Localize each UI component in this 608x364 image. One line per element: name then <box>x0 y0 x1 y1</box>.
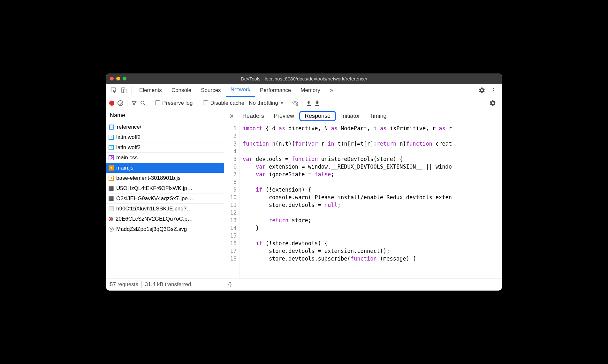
detail-tab-response[interactable]: Response <box>299 111 336 121</box>
inspect-element-icon[interactable] <box>109 85 119 95</box>
network-split: Name reference/Tlatin.woff2Tlatin.woff2m… <box>106 109 502 278</box>
clear-button[interactable] <box>118 100 123 106</box>
tab-console[interactable]: Console <box>167 84 196 97</box>
tab-elements[interactable]: Elements <box>134 84 167 97</box>
close-window-button[interactable] <box>110 77 114 80</box>
request-list-panel: Name reference/Tlatin.woff2Tlatin.woff2m… <box>106 109 224 278</box>
code-content: import { d as directive, N as NodePart, … <box>239 123 502 278</box>
svg-line-4 <box>144 104 145 105</box>
devtools-window: DevTools - localhost:8080/docs/devtools/… <box>106 73 502 291</box>
request-row[interactable]: Tlatin.woff2 <box>106 132 224 142</box>
device-toggle-icon[interactable] <box>119 85 129 95</box>
settings-gear-icon[interactable] <box>476 87 488 94</box>
record-button[interactable] <box>109 101 114 106</box>
tab-sources[interactable]: Sources <box>196 84 225 97</box>
request-name: latin.woff2 <box>116 144 141 151</box>
request-row[interactable]: 20E6CLcSzNV2GELQu7oC.p… <box>106 214 224 224</box>
search-icon[interactable] <box>140 100 146 106</box>
request-row[interactable]: Tlatin.woff2 <box>106 142 224 153</box>
request-row[interactable]: O2slJEHG9avKV4aqzSx7.jpe… <box>106 193 224 204</box>
request-row[interactable]: h90CtfziXluvh1LSSKJE.png?… <box>106 204 224 214</box>
request-name: O2slJEHG9avKV4aqzSx7.jpe… <box>116 195 193 202</box>
request-name: main.css <box>116 155 138 161</box>
request-name: MadqZslZpo1sj3qQ3GsZ.svg <box>116 226 187 232</box>
tab-network[interactable]: Network <box>226 84 255 97</box>
window-titlebar: DevTools - localhost:8080/docs/devtools/… <box>106 73 502 84</box>
network-toolbar: Preserve log Disable cache No throttling… <box>106 97 502 109</box>
zoom-window-button[interactable] <box>123 77 126 80</box>
request-row[interactable]: reference/ <box>106 122 224 132</box>
detail-tab-initiator[interactable]: Initiator <box>337 111 364 121</box>
request-row[interactable]: main.css <box>106 153 224 163</box>
minimize-window-button[interactable] <box>116 77 120 80</box>
separator <box>132 87 132 94</box>
tab-performance[interactable]: Performance <box>255 84 296 97</box>
request-row[interactable]: MadqZslZpo1sj3qQ3GsZ.svg <box>106 224 224 234</box>
request-name: h90CtfziXluvh1LSSKJE.png?… <box>116 206 192 212</box>
window-title: DevTools - localhost:8080/docs/devtools/… <box>106 76 502 81</box>
line-gutter: 123456789101112131415161718 <box>224 123 239 278</box>
request-name: latin.woff2 <box>116 134 141 140</box>
detail-tab-headers[interactable]: Headers <box>238 111 269 121</box>
request-name: main.js <box>116 165 133 171</box>
import-har-icon[interactable] <box>315 100 320 106</box>
status-bar: 57 requests 31.4 kB transferred {} <box>106 278 502 291</box>
svg-rect-2 <box>124 89 126 93</box>
request-row[interactable]: ⋄base-element-3018901b.js <box>106 173 224 183</box>
status-requests: 57 requests <box>110 281 138 288</box>
request-name: 20E6CLcSzNV2GELQu7oC.p… <box>116 216 193 222</box>
panel-tabbar: Elements Console Sources Network Perform… <box>106 84 502 97</box>
request-row[interactable]: ⋄main.js <box>106 163 224 173</box>
request-name: base-element-3018901b.js <box>116 175 180 181</box>
preserve-log-checkbox[interactable]: Preserve log <box>155 100 193 106</box>
request-list-header: Name <box>106 109 224 122</box>
svg-point-5 <box>295 104 296 105</box>
kebab-menu-icon[interactable]: ⋮ <box>488 87 499 94</box>
more-panels-button[interactable]: » <box>325 84 338 97</box>
network-conditions-icon[interactable] <box>292 100 298 106</box>
tab-memory[interactable]: Memory <box>296 84 325 97</box>
svg-point-3 <box>141 101 144 104</box>
chevron-down-icon: ▼ <box>280 101 284 105</box>
close-detail-button[interactable]: ✕ <box>226 113 237 120</box>
detail-tabbar: ✕ Headers Preview Response Initiator Tim… <box>224 109 502 123</box>
request-detail-panel: ✕ Headers Preview Response Initiator Tim… <box>224 109 502 278</box>
request-list[interactable]: reference/Tlatin.woff2Tlatin.woff2main.c… <box>106 122 224 278</box>
status-transferred: 31.4 kB transferred <box>145 281 191 288</box>
disable-cache-checkbox[interactable]: Disable cache <box>203 100 244 106</box>
request-name: reference/ <box>117 124 141 130</box>
export-har-icon[interactable] <box>306 100 311 106</box>
network-settings-icon[interactable] <box>487 100 499 107</box>
detail-tab-preview[interactable]: Preview <box>269 111 299 121</box>
traffic-lights <box>110 77 126 80</box>
filter-icon[interactable] <box>131 100 137 106</box>
request-row[interactable]: U5OHzQL4tEKFr6OFlxWK.jp… <box>106 183 224 193</box>
throttling-select[interactable]: No throttling ▼ <box>249 100 284 106</box>
svg-rect-8 <box>315 105 319 106</box>
request-name: U5OHzQL4tEKFr6OFlxWK.jp… <box>116 185 193 192</box>
svg-rect-7 <box>307 105 311 106</box>
response-body[interactable]: 123456789101112131415161718 import { d a… <box>224 123 502 278</box>
pretty-print-button[interactable]: {} <box>228 281 232 287</box>
detail-tab-timing[interactable]: Timing <box>365 111 391 121</box>
